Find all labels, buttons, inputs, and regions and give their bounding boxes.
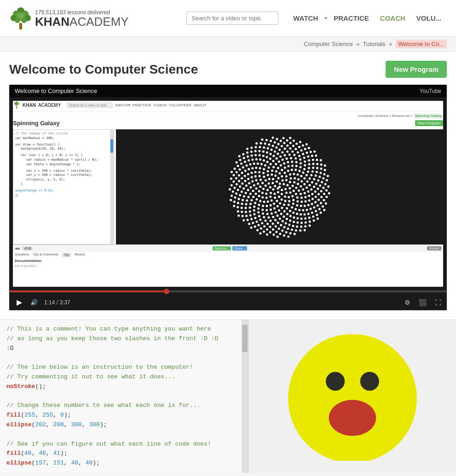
nav-coach[interactable]: COACH [375,11,411,26]
svg-point-44 [289,192,291,194]
svg-point-410 [311,155,313,157]
svg-point-380 [241,207,243,209]
svg-point-246 [282,220,284,222]
editor-scrollbar[interactable] [242,320,248,473]
svg-point-301 [280,224,282,226]
svg-point-22 [276,180,278,183]
svg-point-335 [283,226,286,228]
svg-point-381 [292,145,294,147]
svg-point-138 [303,183,306,186]
code-editor[interactable]: // This is a comment! You can type anyth… [0,320,248,473]
svg-point-279 [298,155,300,157]
search-input[interactable] [186,12,278,25]
svg-point-212 [279,218,281,220]
svg-point-154 [300,201,303,203]
svg-point-80 [287,170,289,172]
fullscreen-icon[interactable]: ⛶ [435,299,441,306]
svg-point-412 [250,151,253,153]
progress-thumb [164,289,169,294]
breadcrumb-tutorials[interactable]: Tutorials [363,41,385,47]
svg-point-116 [259,175,261,177]
logo-image[interactable]: 179,513,183 lessons delivered KHANACADEM… [9,6,129,31]
svg-point-442 [316,214,318,216]
code-content[interactable]: // This is a comment! You can type anyth… [0,320,248,473]
captions-icon[interactable]: ⬛ [419,299,427,306]
svg-point-200 [263,159,265,162]
mini-documentation: Documentation [13,258,443,264]
svg-point-41 [289,181,291,183]
svg-point-345 [317,199,320,201]
play-button[interactable]: ▶ [15,297,24,308]
svg-point-210 [247,189,249,191]
svg-point-63 [271,199,273,202]
svg-point-341 [238,180,240,182]
canvas-preview [248,320,456,473]
svg-point-353 [311,212,313,214]
svg-point-16 [277,187,279,190]
svg-point-308 [312,167,314,169]
svg-point-450 [304,225,306,227]
svg-point-476 [320,212,322,214]
svg-point-158 [259,167,261,169]
svg-point-321 [308,159,310,162]
volume-button[interactable]: 🔊 [29,298,40,307]
svg-point-84 [267,201,269,203]
svg-point-452 [320,163,323,166]
svg-point-34 [278,196,280,198]
svg-point-333 [239,194,241,197]
svg-point-438 [237,165,239,167]
svg-point-378 [254,150,257,152]
svg-point-501 [246,148,248,150]
svg-point-178 [277,215,279,217]
svg-point-385 [258,224,260,226]
svg-point-485 [230,178,232,180]
svg-point-186 [266,213,269,215]
svg-point-471 [299,229,301,232]
svg-point-208 [272,155,275,157]
nav-volunteer[interactable]: VOLU... [411,11,447,26]
progress-fill [9,290,167,292]
progress-bar[interactable] [9,290,447,292]
svg-point-315 [246,164,248,167]
svg-point-75 [294,177,296,180]
svg-point-111 [268,166,270,168]
progress-bar-area[interactable] [9,290,447,294]
svg-point-55 [276,200,278,202]
new-program-button[interactable]: New Program [386,61,447,78]
mini-breadcrumb: Computer Science » Browse All » Spinning… [13,114,443,118]
svg-point-445 [279,233,281,235]
svg-point-110 [273,207,276,209]
nav-watch[interactable]: WATCH [288,11,323,26]
svg-point-402 [298,146,300,148]
video-screenshot: KHANACADEMY WATCH▾ PRACTICE COACH VOLUNT… [9,97,447,290]
nav-practice[interactable]: PRACTICE [328,11,375,26]
svg-point-223 [248,196,250,198]
svg-point-53 [265,185,267,187]
svg-point-229 [277,153,279,155]
page-title: Welcome to Computer Science [9,62,198,77]
svg-point-82 [263,176,265,178]
svg-point-219 [307,171,309,173]
svg-point-112 [300,193,302,195]
svg-point-418 [320,168,323,170]
svg-point-182 [286,157,288,160]
svg-point-151 [303,177,306,180]
svg-point-363 [316,167,318,169]
settings-icon[interactable]: ⚙ [404,299,410,306]
svg-point-276 [266,151,268,154]
svg-point-29 [273,193,276,195]
breadcrumb-cs[interactable]: Computer Science [304,41,353,47]
svg-point-307 [241,177,243,180]
logo-text: 179,513,183 lessons delivered KHANACADEM… [35,9,129,28]
svg-point-461 [248,223,250,225]
svg-point-518 [329,400,376,435]
svg-point-487 [266,233,268,236]
svg-point-12 [15,103,18,106]
svg-point-232 [304,164,306,167]
svg-point-367 [238,198,240,200]
mini-page-title: Spinning Galaxy [13,120,60,127]
svg-point-309 [266,223,269,225]
svg-point-314 [288,224,290,226]
svg-point-25 [282,179,284,181]
svg-point-368 [300,149,303,151]
